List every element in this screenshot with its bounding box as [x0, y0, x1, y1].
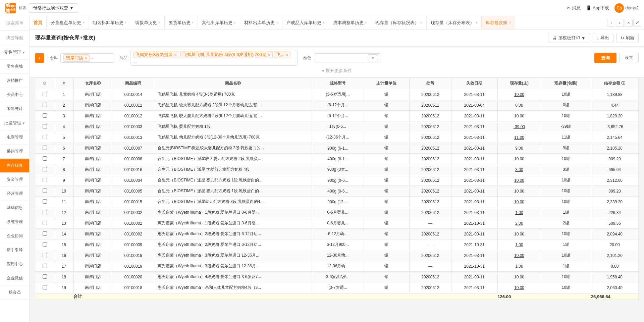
product-tag-3[interactable]: 飞... × — [274, 51, 290, 58]
tab-close-inventory-dist[interactable]: × — [476, 21, 478, 24]
sidebar-item-member[interactable]: 会员中心 — [0, 88, 29, 102]
filter-expand-btn[interactable]: › — [35, 53, 44, 63]
sidebar-item-purchase[interactable]: 采购管理 — [0, 145, 29, 159]
settings-button[interactable]: 设置 — [619, 53, 639, 63]
row-checkbox[interactable] — [35, 132, 54, 143]
industry-select[interactable]: 母婴行业演示账套 ▼ — [29, 3, 78, 13]
product-tag-2-close[interactable]: × — [268, 52, 270, 57]
tab-close-batch-voucher[interactable]: × — [509, 21, 511, 24]
product-tag-1-close[interactable]: × — [174, 52, 177, 57]
row-checkbox[interactable] — [35, 89, 54, 100]
row-qty-main[interactable]: 1.00 — [497, 239, 541, 250]
tab-close-requisition[interactable]: × — [192, 21, 194, 24]
row-checkbox[interactable] — [35, 239, 54, 250]
row-checkbox[interactable] — [35, 100, 54, 111]
sidebar-item-wholesale[interactable]: 批发管理 ▼ — [0, 116, 29, 130]
row-qty-main[interactable]: 10.00 — [497, 154, 541, 164]
tab-close-inventory-status[interactable]: × — [420, 21, 422, 24]
row-qty-main[interactable]: 11.00 — [497, 132, 541, 143]
refresh-button[interactable]: ↻ 刷新 — [616, 33, 639, 43]
filter-more-dots[interactable]: ··· — [91, 55, 95, 60]
sidebar-item-marketing[interactable]: 营销推广 — [0, 74, 29, 88]
expand-conditions-btn[interactable]: ▾ 展开更多条件 — [35, 68, 639, 74]
row-qty-main[interactable]: 10.00 — [497, 186, 541, 197]
tab-batch-voucher[interactable]: 库存批次账 × — [482, 16, 515, 30]
product-filter-more-dots[interactable]: ··· — [133, 60, 137, 65]
filter-product-tags[interactable]: 飞鹤奶粉3段两提装 × 飞鹤星飞帆 儿童奶粉 4段(3-6岁适用) 700克 ×… — [130, 50, 298, 66]
filter-color-input[interactable]: ▼ — [314, 53, 381, 62]
tab-mix[interactable]: 调拨单历史 × — [131, 16, 165, 30]
tab-close-material-out[interactable]: × — [276, 21, 278, 24]
tab-inventory-dist[interactable]: 现存量（库存分布表） × — [427, 16, 482, 30]
print-button[interactable]: 🖨 按模板打印 ▼ — [548, 33, 590, 43]
product-tag-2[interactable]: 飞鹤星飞帆 儿童奶粉 4段(3-6岁适用) 700克 × — [180, 51, 273, 58]
row-checkbox[interactable] — [35, 186, 54, 197]
sidebar-item-system[interactable]: 系统管理 — [0, 215, 29, 229]
warehouse-tag-nanan[interactable]: 南岸门店 × — [63, 54, 90, 62]
product-tag-1[interactable]: 飞鹤奶粉3段两提装 × — [133, 51, 179, 58]
sidebar-item-guide[interactable]: 新手引导 — [0, 243, 29, 257]
tab-inventory-count[interactable]: 分量盘点单历史 × — [47, 16, 89, 30]
row-qty-main[interactable]: 10.00 — [497, 282, 541, 293]
sidebar-item-retail-stats[interactable]: 零售统计 — [0, 102, 29, 116]
row-checkbox[interactable] — [35, 207, 54, 218]
sidebar-item-basic-info[interactable]: 基础信息 — [0, 201, 29, 215]
row-qty-main[interactable]: 1.00 — [497, 261, 541, 272]
row-qty-main[interactable]: 10.00 — [497, 111, 541, 121]
message-btn[interactable]: ✉ 消息 — [567, 5, 581, 11]
product-tag-3-close[interactable]: × — [285, 52, 288, 57]
row-checkbox[interactable] — [35, 175, 54, 186]
sidebar-item-retail-mgmt[interactable]: 零售管理 ▼ — [0, 45, 29, 60]
tab-close-disassemble[interactable]: × — [125, 21, 127, 24]
sidebar-item-app-center[interactable]: 应用中心 — [0, 257, 29, 271]
row-checkbox[interactable] — [35, 143, 54, 154]
tab-home[interactable]: 首页 — [30, 16, 47, 30]
user-avatar[interactable]: Ea demo2 — [614, 3, 639, 13]
app-download-btn[interactable]: 📱 App下载 — [586, 5, 609, 11]
row-checkbox[interactable] — [35, 111, 54, 121]
row-checkbox[interactable] — [35, 282, 54, 293]
sidebar-item-operation[interactable]: 经营管理 — [0, 187, 29, 201]
sidebar-quick-nav[interactable]: 快捷导航 — [0, 31, 29, 45]
sidebar-item-inventory[interactable]: 库存核算 — [0, 159, 29, 173]
row-qty-main[interactable]: 10.00 — [497, 197, 541, 207]
row-qty-main[interactable]: 10.00 — [497, 229, 541, 239]
sidebar-item-wechat[interactable]: 企业微信 — [0, 271, 29, 285]
row-checkbox[interactable] — [35, 229, 54, 239]
row-checkbox[interactable] — [35, 121, 54, 132]
tab-close-product-in[interactable]: × — [323, 21, 325, 24]
row-qty-main[interactable]: 2.00 — [497, 218, 541, 229]
tabs-close-all-btn[interactable]: × — [625, 19, 633, 27]
query-button[interactable]: 查询 — [594, 53, 616, 63]
row-qty-main[interactable]: -39.00 — [497, 121, 541, 132]
row-checkbox[interactable] — [35, 272, 54, 282]
tab-close-inventory-count[interactable]: × — [83, 21, 85, 24]
row-checkbox[interactable] — [35, 197, 54, 207]
sidebar-item-retail-shop[interactable]: 零售商城 — [0, 60, 29, 74]
tab-close-other-out[interactable]: × — [234, 21, 236, 24]
filter-warehouse-tags[interactable]: 南岸门店 × ··· — [60, 53, 114, 63]
sidebar-item-finance[interactable]: 资金管理 — [0, 173, 29, 187]
row-checkbox[interactable] — [35, 154, 54, 164]
sidebar-item-ecommerce[interactable]: 电商管理 — [0, 130, 29, 145]
sidebar-item-free-member[interactable]: 畅会员 — [0, 285, 29, 300]
row-checkbox[interactable] — [35, 250, 54, 261]
tab-requisition[interactable]: 要货单历史 × — [165, 16, 198, 30]
row-qty-main[interactable]: 1.00 — [497, 207, 541, 218]
tab-material-out[interactable]: 材料出库单历史 × — [240, 16, 282, 30]
export-button[interactable]: ↓ 导出 — [593, 33, 614, 43]
tabs-next-btn[interactable]: › — [616, 19, 624, 27]
tab-product-in[interactable]: 产成品入库单历史 × — [282, 16, 329, 30]
tabs-maximize-btn[interactable]: ⤢ — [633, 19, 641, 27]
row-qty-main[interactable]: 10.00 — [497, 175, 541, 186]
row-qty-main[interactable]: 10.00 — [497, 250, 541, 261]
row-checkbox[interactable] — [35, 164, 54, 175]
tab-disassemble[interactable]: 组装拆卸单历史 × — [89, 16, 131, 30]
row-qty-main[interactable]: 0.00 — [497, 100, 541, 111]
tab-close-cost-adjust[interactable]: × — [365, 21, 367, 24]
tab-inventory-status[interactable]: 现存量（库存状况表） × — [371, 16, 427, 30]
tab-cost-adjust[interactable]: 成本调整单历史 × — [329, 16, 371, 30]
row-qty-main[interactable]: 10.00 — [497, 89, 541, 100]
warehouse-tag-close[interactable]: × — [85, 55, 87, 60]
color-dropdown-btn[interactable]: ▼ — [368, 54, 378, 61]
